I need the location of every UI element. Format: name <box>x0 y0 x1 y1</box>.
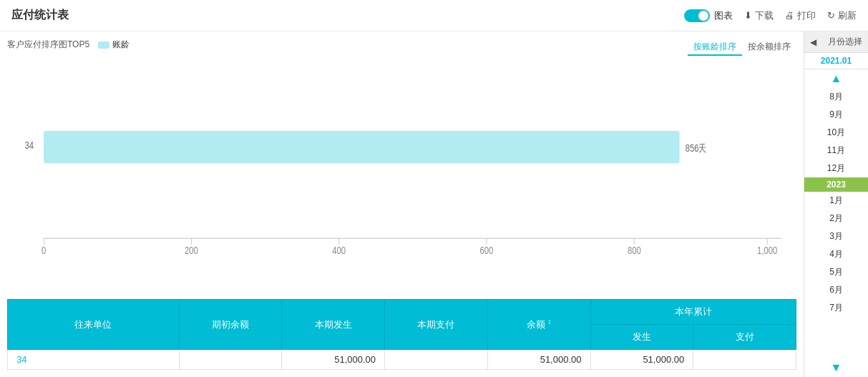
sidebar-month-item[interactable]: 9月 <box>804 106 868 124</box>
th-period-start: 期初余额 <box>179 300 282 350</box>
refresh-button[interactable]: ↻ 刷新 <box>827 9 857 22</box>
legend-item-age: 账龄 <box>98 39 130 51</box>
download-button[interactable]: ⬇ 下载 <box>744 9 774 22</box>
table-cell: 51,000.00 <box>487 350 590 370</box>
download-icon: ⬇ <box>744 10 752 21</box>
sidebar-month-item[interactable]: 10月 <box>804 124 868 142</box>
svg-text:400: 400 <box>332 245 346 256</box>
chart-legend: 客户应付排序图TOP5 账龄 <box>7 39 130 51</box>
table-cell[interactable]: 34 <box>8 350 180 370</box>
print-label: 打印 <box>797 9 816 22</box>
chart-toggle-label: 图表 <box>714 9 733 22</box>
sidebar: ◀ 月份选择 2021.01 ▲ 8月9月10月11月12月20231月2月3月… <box>804 31 868 377</box>
expand-icon[interactable]: ◀ <box>810 37 816 47</box>
sidebar-month-item[interactable]: 2月 <box>804 210 868 227</box>
table-cell: 51,000.00 <box>590 350 693 370</box>
refresh-label: 刷新 <box>838 9 857 22</box>
sidebar-month-item[interactable]: 5月 <box>804 263 868 281</box>
sort-tabs: 按账龄排序 按余额排序 <box>688 39 796 56</box>
th-year-group: 本年累计 <box>590 300 796 325</box>
scroll-down-button[interactable]: ▼ <box>804 358 868 377</box>
data-table: 往来单位 期初余额 本期发生 本期支付 余额 ↕ 本年累计 发生 <box>7 299 796 370</box>
sidebar-month-item[interactable]: 1月 <box>804 192 868 210</box>
legend-color-age <box>98 41 109 49</box>
th-period-pay: 本期支付 <box>385 300 488 350</box>
chart-svg: 34 856天 0 200 400 600 800 1,000 <box>7 59 796 292</box>
svg-text:800: 800 <box>628 245 641 256</box>
sort-tab-age[interactable]: 按账龄排序 <box>688 39 742 56</box>
table-cell <box>385 350 488 370</box>
sidebar-month-item[interactable]: 2023 <box>804 177 868 192</box>
chart-and-table: 客户应付排序图TOP5 账龄 按账龄排序 按余额排序 34 <box>0 31 804 377</box>
table-row: 3451,000.0051,000.0051,000.00 <box>8 350 796 370</box>
th-balance: 余额 ↕ <box>487 300 590 350</box>
svg-text:856天: 856天 <box>686 143 707 154</box>
table-cell <box>179 350 282 370</box>
sidebar-month-item[interactable]: 7月 <box>804 299 868 317</box>
th-year-occur: 发生 <box>590 325 693 350</box>
print-icon: 🖨 <box>785 10 794 21</box>
th-year-pay: 支付 <box>693 325 796 350</box>
sidebar-month-item[interactable]: 3月 <box>804 227 868 245</box>
th-period-occur: 本期发生 <box>282 300 385 350</box>
table-cell: 51,000.00 <box>282 350 385 370</box>
svg-text:34: 34 <box>24 140 34 151</box>
chart-title: 客户应付排序图TOP5 <box>7 39 89 51</box>
table-cell <box>693 350 796 370</box>
chart-toggle[interactable] <box>684 9 710 22</box>
svg-text:0: 0 <box>42 245 46 256</box>
sort-tab-balance[interactable]: 按余额排序 <box>742 39 796 56</box>
svg-rect-1 <box>44 131 680 163</box>
sidebar-header-label: 月份选择 <box>828 36 862 48</box>
print-button[interactable]: 🖨 打印 <box>785 9 816 22</box>
chart-toggle-group: 图表 <box>684 9 733 22</box>
scroll-up-button[interactable]: ▲ <box>804 69 868 88</box>
sidebar-month-item[interactable]: 8月 <box>804 88 868 106</box>
th-unit: 往来单位 <box>8 300 180 350</box>
sidebar-month-item[interactable]: 12月 <box>804 160 868 177</box>
sidebar-header: ◀ 月份选择 <box>804 31 868 53</box>
chart-section: 客户应付排序图TOP5 账龄 按账龄排序 按余额排序 34 <box>0 31 804 299</box>
chart-wrapper: 34 856天 0 200 400 600 800 1,000 <box>7 59 796 292</box>
refresh-icon: ↻ <box>827 10 835 21</box>
sidebar-month-item[interactable]: 4月 <box>804 245 868 263</box>
svg-text:600: 600 <box>480 245 494 256</box>
sidebar-year-display: 2021.01 <box>804 53 868 69</box>
unit-link[interactable]: 34 <box>16 354 26 365</box>
content-area: 客户应付排序图TOP5 账龄 按账龄排序 按余额排序 34 <box>0 31 868 377</box>
chart-header-row: 客户应付排序图TOP5 账龄 按账龄排序 按余额排序 <box>7 39 796 57</box>
sidebar-month-item[interactable]: 11月 <box>804 142 868 160</box>
sidebar-month-list: 8月9月10月11月12月20231月2月3月4月5月6月7月 <box>804 88 868 317</box>
download-label: 下载 <box>755 9 774 22</box>
header-actions: 图表 ⬇ 下载 🖨 打印 ↻ 刷新 <box>684 9 857 22</box>
page-header: 应付统计表 图表 ⬇ 下载 🖨 打印 ↻ 刷新 <box>0 0 868 31</box>
table-section: 往来单位 期初余额 本期发生 本期支付 余额 ↕ 本年累计 发生 <box>0 299 804 377</box>
legend-label-age: 账龄 <box>112 39 130 51</box>
sidebar-month-item[interactable]: 6月 <box>804 281 868 299</box>
svg-text:1,000: 1,000 <box>757 245 777 256</box>
sidebar-month-list-container: 8月9月10月11月12月20231月2月3月4月5月6月7月 <box>804 88 868 358</box>
svg-text:200: 200 <box>185 245 198 256</box>
page-title: 应付统计表 <box>11 8 69 23</box>
